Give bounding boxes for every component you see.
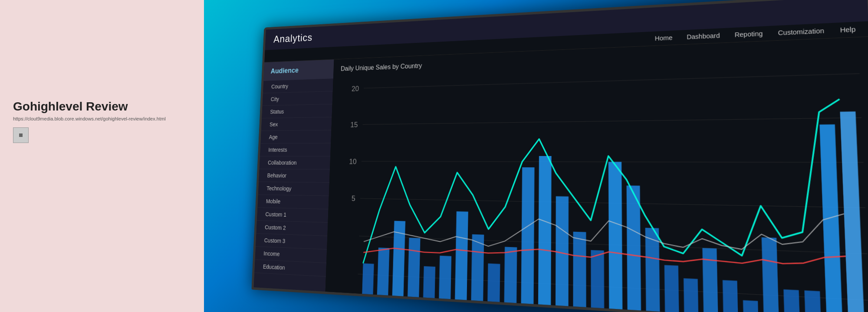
site-title: Gohighlevel Review — [13, 100, 191, 114]
svg-rect-36 — [521, 167, 534, 312]
svg-rect-45 — [684, 278, 698, 312]
site-url: https://clout9media.blob.core.windows.ne… — [13, 116, 191, 121]
sidebar-item-education[interactable]: Education — [254, 260, 326, 276]
svg-rect-51 — [804, 290, 821, 312]
favicon — [13, 127, 29, 143]
svg-rect-44 — [664, 265, 679, 312]
main-content: Audience Country City Status Sex Age Int… — [253, 37, 868, 312]
sidebar-item-city[interactable]: City — [262, 91, 332, 106]
svg-rect-50 — [783, 289, 800, 312]
svg-rect-40 — [591, 250, 604, 312]
favicon-dot — [19, 133, 23, 137]
svg-rect-34 — [487, 263, 500, 311]
svg-rect-47 — [723, 280, 738, 312]
sidebar-item-interests[interactable]: Interests — [260, 143, 331, 156]
svg-rect-32 — [455, 211, 468, 309]
sidebar-item-status[interactable]: Status — [262, 104, 332, 119]
left-panel: Gohighlevel Review https://clout9media.b… — [0, 0, 204, 312]
svg-line-1 — [363, 118, 862, 125]
svg-rect-29 — [408, 238, 421, 306]
svg-rect-53 — [840, 111, 865, 312]
svg-rect-39 — [573, 232, 586, 312]
chart-area: Daily Unique Sales by Country 20 15 — [326, 37, 868, 312]
svg-rect-52 — [819, 124, 843, 312]
svg-line-0 — [364, 74, 859, 88]
svg-rect-26 — [362, 263, 374, 302]
chart-svg: 20 15 10 5 0 2 4 6 8 10 12 14 16 — [332, 61, 868, 312]
sidebar-item-custom1[interactable]: Custom 1 — [257, 208, 329, 223]
svg-rect-43 — [645, 228, 660, 312]
nav-home[interactable]: Home — [655, 34, 673, 42]
sidebar-item-mobile[interactable]: Mobile — [257, 195, 329, 209]
svg-rect-41 — [608, 162, 623, 312]
nav-dashboard[interactable]: Dashboard — [687, 32, 720, 41]
nav-customization[interactable]: Customization — [778, 27, 824, 36]
sidebar-item-technology[interactable]: Technology — [258, 182, 329, 196]
svg-rect-48 — [743, 300, 759, 312]
svg-rect-31 — [439, 256, 451, 307]
svg-text:20: 20 — [352, 84, 359, 93]
sidebar-item-age[interactable]: Age — [260, 130, 331, 144]
svg-text:15: 15 — [350, 121, 358, 129]
analytics-title: Analytics — [273, 32, 313, 45]
svg-rect-33 — [471, 234, 484, 309]
sidebar-header: Audience — [263, 59, 334, 81]
sidebar-item-collaboration[interactable]: Collaboration — [259, 156, 330, 169]
right-panel: Analytics Home Dashboard Repoting Custom… — [204, 0, 868, 312]
svg-text:5: 5 — [352, 194, 355, 203]
nav-reporting[interactable]: Repoting — [734, 30, 763, 39]
svg-rect-46 — [702, 248, 718, 312]
svg-rect-37 — [538, 156, 552, 312]
sidebar-item-sex[interactable]: Sex — [261, 117, 332, 131]
nav-help[interactable]: Help — [840, 26, 855, 34]
sidebar: Audience Country City Status Sex Age Int… — [253, 59, 334, 291]
sidebar-item-country[interactable]: Country — [263, 78, 333, 93]
svg-text:0: 0 — [348, 297, 352, 306]
sidebar-item-behavior[interactable]: Behavior — [259, 169, 330, 182]
svg-rect-30 — [423, 266, 436, 306]
svg-text:4: 4 — [400, 310, 404, 312]
svg-rect-27 — [377, 247, 389, 303]
svg-rect-49 — [762, 237, 779, 312]
svg-text:10: 10 — [349, 157, 357, 166]
svg-text:2: 2 — [370, 308, 373, 312]
monitor-frame: Analytics Home Dashboard Repoting Custom… — [251, 0, 868, 312]
svg-rect-35 — [504, 247, 517, 312]
chart-container: 20 15 10 5 0 2 4 6 8 10 12 14 16 — [332, 61, 868, 312]
